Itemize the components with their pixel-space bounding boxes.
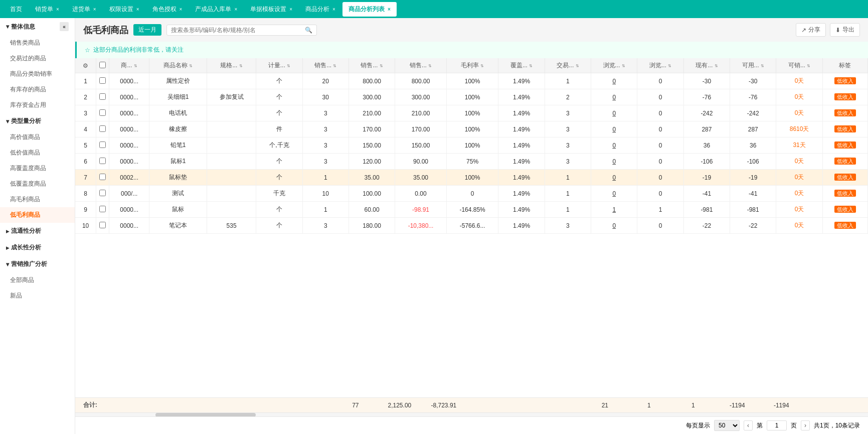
nav-roles[interactable]: 角色授权 × (146, 2, 189, 17)
col-sale-qty[interactable]: 销售... ⇅ (302, 58, 349, 73)
sidebar-item-high-value[interactable]: 高价值商品 (0, 129, 75, 145)
page-size-select[interactable]: 50 100 200 (714, 420, 740, 431)
export-button[interactable]: ⬇ 导出 (830, 23, 860, 37)
col-spec[interactable]: 规格... ⇅ (207, 58, 256, 73)
nav-sales-close[interactable]: × (56, 7, 59, 12)
nav-finished-goods[interactable]: 产成品入库单 × (189, 2, 243, 17)
row-checkbox[interactable] (99, 158, 106, 164)
sidebar-item-inventory-capital[interactable]: 库存资金占用 (0, 97, 75, 113)
next-page-button[interactable]: › (801, 420, 810, 430)
row-checkbox[interactable] (99, 190, 106, 196)
col-browse-count[interactable]: 浏览... ⇅ (637, 58, 683, 73)
row-tag: 低收入 (822, 73, 867, 89)
row-checkbox[interactable] (99, 206, 106, 212)
row-checkbox[interactable] (99, 77, 106, 84)
row-checkbox[interactable] (99, 93, 106, 100)
search-input[interactable] (171, 27, 305, 34)
nav-sales[interactable]: 销货单 × (29, 2, 65, 17)
row-code: 0000... (109, 154, 149, 170)
sidebar-item-category-rate[interactable]: 商品分类助销率 (0, 66, 75, 82)
row-checkbox[interactable] (99, 109, 106, 116)
row-browse-link[interactable]: 0 (591, 218, 637, 234)
sidebar-section-circulation[interactable]: ▸ 流通性分析 (0, 223, 75, 239)
sidebar-item-all-goods[interactable]: 全部商品 (0, 272, 75, 288)
nav-product-analysis[interactable]: 商品分析 × (299, 2, 341, 17)
col-settings[interactable]: ⚙ (75, 58, 96, 73)
row-browse-link[interactable]: 0 (591, 105, 637, 121)
sidebar-section-marketing[interactable]: ▾ 营销推广分析 (0, 256, 75, 272)
col-sale-amt[interactable]: 销售... ⇅ (349, 58, 395, 73)
row-checkbox[interactable] (99, 222, 106, 228)
row-browse-link[interactable]: 0 (591, 89, 637, 105)
col-unit[interactable]: 计量... ⇅ (256, 58, 302, 73)
col-browse-link[interactable]: 浏览... ⇅ (591, 58, 637, 73)
row-sale-qty: 3 (302, 121, 349, 137)
col-code[interactable]: 商... ⇅ (109, 58, 149, 73)
col-tag[interactable]: 标签 (822, 58, 867, 73)
search-icon[interactable]: 🔍 (305, 27, 312, 34)
col-salable[interactable]: 可销... ⇅ (776, 58, 822, 73)
sidebar-item-high-margin[interactable]: 高毛利商品 (0, 192, 75, 207)
col-profit-rate[interactable]: 毛利率 ⇅ (446, 58, 498, 73)
row-checkbox[interactable] (99, 141, 106, 148)
col-available[interactable]: 可用... ⇅ (730, 58, 776, 73)
row-browse-link[interactable]: 0 (591, 121, 637, 137)
col-trade-count[interactable]: 交易... ⇅ (545, 58, 591, 73)
nav-product-analysis-list[interactable]: 商品分析列表 × (342, 2, 397, 17)
col-name[interactable]: 商品名称 ⇅ (149, 58, 207, 73)
row-checkbox-cell (96, 186, 109, 202)
prev-page-button[interactable]: ‹ (744, 420, 753, 430)
row-browse-link[interactable]: 0 (591, 170, 637, 186)
row-sale-amt: 170.00 (349, 121, 395, 137)
sidebar-section-growth[interactable]: ▸ 成长性分析 (0, 239, 75, 256)
nav-roles-close[interactable]: × (180, 7, 183, 12)
row-checkbox-cell (96, 137, 109, 154)
share-button[interactable]: ↗ 分享 (796, 23, 826, 37)
sidebar-item-new-goods[interactable]: 新品 (0, 288, 75, 304)
row-browse-link[interactable]: 0 (591, 154, 637, 170)
nav-product-analysis-close[interactable]: × (332, 7, 335, 12)
nav-finished-goods-close[interactable]: × (234, 7, 237, 12)
row-checkbox-cell (96, 121, 109, 137)
sidebar-item-traded-goods[interactable]: 交易过的商品 (0, 51, 75, 66)
nav-template[interactable]: 单据模板设置 × (244, 2, 298, 17)
sidebar-section-overall[interactable]: ▾ 整体信息 « (0, 18, 75, 35)
row-checkbox[interactable] (99, 174, 106, 180)
horizontal-scrollbar[interactable] (75, 412, 868, 416)
col-current[interactable]: 现有... ⇅ (683, 58, 730, 73)
sidebar-item-low-coverage[interactable]: 低覆盖度商品 (0, 176, 75, 192)
sidebar-item-sales-goods[interactable]: 销售类商品 (0, 35, 75, 51)
select-all-checkbox[interactable] (99, 62, 106, 68)
col-checkbox[interactable] (96, 58, 109, 73)
row-profit-rate: -164.85% (446, 202, 498, 218)
nav-permissions-close[interactable]: × (136, 7, 139, 12)
row-browse-link[interactable]: 0 (591, 73, 637, 89)
page-number-input[interactable] (767, 420, 787, 430)
row-tag: 低收入 (822, 137, 867, 154)
nav-purchase-close[interactable]: × (93, 7, 96, 12)
row-checkbox[interactable] (99, 125, 106, 132)
nav-purchase[interactable]: 进货单 × (66, 2, 102, 17)
sidebar-collapse-btn[interactable]: « (60, 22, 69, 31)
row-code: 0000... (109, 105, 149, 121)
col-cover-rate[interactable]: 覆盖... ⇅ (498, 58, 545, 73)
sidebar-item-low-margin[interactable]: 低毛利商品 (0, 207, 75, 223)
row-tag: 低收入 (822, 218, 867, 234)
sidebar-item-inventory-goods[interactable]: 有库存的商品 (0, 82, 75, 97)
sidebar-section-type[interactable]: ▾ 类型量分析 (0, 113, 75, 129)
row-browse-link[interactable]: 1 (591, 202, 637, 218)
nav-permissions[interactable]: 权限设置 × (103, 2, 145, 17)
date-filter-button[interactable]: 近一月 (133, 24, 161, 36)
nav-product-analysis-list-close[interactable]: × (388, 7, 391, 12)
row-sale-profit: 800.00 (395, 73, 447, 89)
row-browse-link[interactable]: 0 (591, 137, 637, 154)
nav-template-close[interactable]: × (289, 7, 292, 12)
row-current: 287 (683, 121, 730, 137)
sidebar-item-low-value[interactable]: 低价值商品 (0, 145, 75, 161)
nav-home[interactable]: 首页 (4, 2, 28, 17)
pagination-bar: 每页显示 50 100 200 ‹ 第 页 › 共1页，10条记录 (75, 416, 868, 434)
footer-trade-count: 21 (585, 402, 625, 409)
row-browse-link[interactable]: 0 (591, 186, 637, 202)
sidebar-item-high-coverage[interactable]: 高覆盖度商品 (0, 161, 75, 176)
col-sale-profit[interactable]: 销售... ⇅ (395, 58, 447, 73)
